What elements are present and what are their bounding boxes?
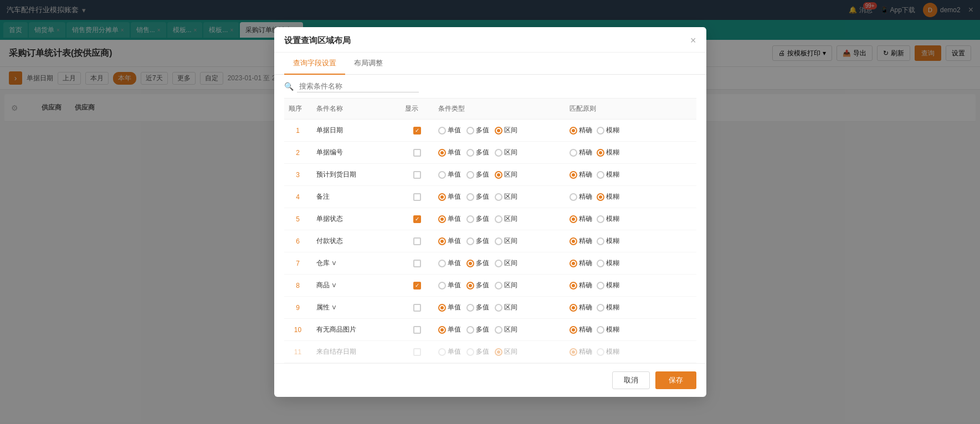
row-match-10: 精确 模糊	[565, 344, 696, 360]
radio-match_exact-4[interactable]: 精确	[569, 214, 592, 224]
radio-type_multi-7[interactable]: 多值	[466, 281, 489, 290]
display-checkbox-5[interactable]	[413, 237, 421, 245]
radio-match_exact-10[interactable]: 精确	[569, 347, 592, 356]
display-checkbox-4[interactable]: ✓	[413, 215, 421, 223]
col-name-header: 条件名称	[312, 102, 401, 116]
radio-type_multi-5[interactable]: 多值	[466, 236, 489, 246]
modal-table-row: 6 付款状态 单值 多值 区间 精确 模糊	[284, 230, 696, 252]
radio-type_single-8[interactable]: 单值	[438, 303, 461, 312]
radio-type_single-5[interactable]: 单值	[438, 236, 461, 246]
radio-type_multi-6[interactable]: 多值	[466, 258, 489, 268]
radio-match_fuzzy-9[interactable]: 模糊	[597, 325, 619, 334]
display-checkbox-8[interactable]	[413, 304, 421, 312]
radio-match_fuzzy-3[interactable]: 模糊	[597, 192, 619, 201]
radio-match_exact-9[interactable]: 精确	[569, 325, 592, 334]
row-display-3[interactable]	[401, 190, 434, 204]
row-match-7: 精确 模糊	[565, 277, 696, 293]
radio-match_fuzzy-2[interactable]: 模糊	[597, 170, 619, 179]
radio-type_single-2[interactable]: 单值	[438, 170, 461, 179]
cancel-button[interactable]: 取消	[612, 371, 650, 389]
row-order-3: 4	[284, 190, 312, 204]
radio-match_fuzzy-6[interactable]: 模糊	[597, 258, 619, 268]
radio-type_multi-4[interactable]: 多值	[466, 214, 489, 224]
radio-type_range-10[interactable]: 区间	[495, 347, 517, 356]
radio-match_fuzzy-5[interactable]: 模糊	[597, 236, 619, 246]
radio-type_range-9[interactable]: 区间	[495, 325, 517, 334]
radio-type_single-4[interactable]: 单值	[438, 214, 461, 224]
row-order-0: 1	[284, 123, 312, 138]
row-match-6: 精确 模糊	[565, 255, 696, 271]
radio-type_multi-9[interactable]: 多值	[466, 325, 489, 334]
modal-tab-layout[interactable]: 布局调整	[345, 53, 392, 75]
radio-type_multi-8[interactable]: 多值	[466, 303, 489, 312]
radio-type_range-1[interactable]: 区间	[495, 148, 517, 157]
row-type-5: 单值 多值 区间	[434, 233, 565, 249]
display-checkbox-7[interactable]: ✓	[413, 282, 421, 289]
search-input[interactable]	[297, 80, 419, 92]
radio-type_multi-10[interactable]: 多值	[466, 347, 489, 356]
row-display-10[interactable]	[401, 345, 434, 359]
radio-type_single-3[interactable]: 单值	[438, 192, 461, 201]
row-type-0: 单值 多值 区间	[434, 122, 565, 138]
modal-table-row: 5 单据状态 ✓ 单值 多值 区间 精确 模糊	[284, 208, 696, 230]
row-display-7[interactable]: ✓	[401, 278, 434, 293]
row-match-5: 精确 模糊	[565, 233, 696, 249]
row-display-8[interactable]	[401, 301, 434, 315]
display-checkbox-1[interactable]	[413, 149, 421, 157]
radio-match_exact-0[interactable]: 精确	[569, 126, 592, 135]
radio-type_range-4[interactable]: 区间	[495, 214, 517, 224]
row-display-9[interactable]	[401, 323, 434, 337]
radio-type_single-7[interactable]: 单值	[438, 281, 461, 290]
radio-type_multi-3[interactable]: 多值	[466, 192, 489, 201]
radio-type_multi-1[interactable]: 多值	[466, 148, 489, 157]
modal-table-row: 4 备注 单值 多值 区间 精确 模糊	[284, 186, 696, 208]
display-checkbox-0[interactable]: ✓	[413, 127, 421, 135]
row-display-6[interactable]	[401, 256, 434, 271]
radio-type_range-8[interactable]: 区间	[495, 303, 517, 312]
radio-type_single-0[interactable]: 单值	[438, 126, 461, 135]
row-display-4[interactable]: ✓	[401, 212, 434, 226]
radio-type_range-6[interactable]: 区间	[495, 258, 517, 268]
modal-close-button[interactable]: ×	[690, 35, 696, 46]
radio-match_fuzzy-4[interactable]: 模糊	[597, 214, 619, 224]
radio-match_exact-2[interactable]: 精确	[569, 170, 592, 179]
radio-match_exact-1[interactable]: 精确	[569, 148, 592, 157]
row-name-6: 仓库 ∨	[312, 255, 401, 271]
radio-match_exact-3[interactable]: 精确	[569, 192, 592, 201]
radio-type_range-7[interactable]: 区间	[495, 281, 517, 290]
radio-match_fuzzy-7[interactable]: 模糊	[597, 281, 619, 290]
modal-tab-query[interactable]: 查询字段设置	[284, 53, 345, 75]
row-name-9: 有无商品图片	[312, 322, 401, 338]
radio-match_fuzzy-8[interactable]: 模糊	[597, 303, 619, 312]
row-display-2[interactable]	[401, 168, 434, 182]
modal-search-area: 🔍	[274, 75, 706, 98]
display-checkbox-10[interactable]	[413, 348, 421, 356]
radio-match_fuzzy-0[interactable]: 模糊	[597, 126, 619, 135]
radio-match_fuzzy-10[interactable]: 模糊	[597, 347, 619, 356]
radio-type_range-0[interactable]: 区间	[495, 126, 517, 135]
display-checkbox-6[interactable]	[413, 260, 421, 267]
row-display-0[interactable]: ✓	[401, 123, 434, 138]
radio-type_range-5[interactable]: 区间	[495, 236, 517, 246]
radio-type_multi-0[interactable]: 多值	[466, 126, 489, 135]
radio-type_single-6[interactable]: 单值	[438, 258, 461, 268]
save-button[interactable]: 保存	[655, 371, 696, 389]
radio-match_exact-8[interactable]: 精确	[569, 303, 592, 312]
radio-type_range-2[interactable]: 区间	[495, 170, 517, 179]
radio-match_exact-7[interactable]: 精确	[569, 281, 592, 290]
row-name-1: 单据编号	[312, 144, 401, 161]
radio-type_single-9[interactable]: 单值	[438, 325, 461, 334]
radio-type_single-10[interactable]: 单值	[438, 347, 461, 356]
display-checkbox-2[interactable]	[413, 171, 421, 179]
radio-match_fuzzy-1[interactable]: 模糊	[597, 148, 619, 157]
radio-type_single-1[interactable]: 单值	[438, 148, 461, 157]
row-display-1[interactable]	[401, 146, 434, 160]
row-order-8: 9	[284, 301, 312, 315]
radio-type_range-3[interactable]: 区间	[495, 192, 517, 201]
radio-match_exact-6[interactable]: 精确	[569, 258, 592, 268]
radio-type_multi-2[interactable]: 多值	[466, 170, 489, 179]
display-checkbox-3[interactable]	[413, 193, 421, 201]
row-display-5[interactable]	[401, 234, 434, 249]
radio-match_exact-5[interactable]: 精确	[569, 236, 592, 246]
display-checkbox-9[interactable]	[413, 326, 421, 334]
